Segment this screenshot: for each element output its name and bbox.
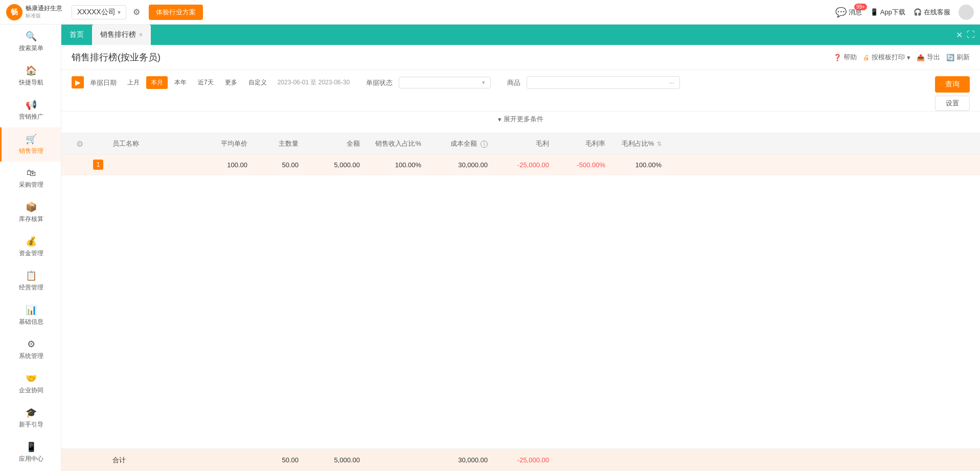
search-icon: 🔍 — [26, 31, 37, 42]
sidebar-item-finance[interactable]: 💰 资金管理 — [0, 230, 61, 264]
logo-text: 畅康通好生意 标准版 — [26, 5, 62, 20]
column-settings-icon[interactable]: ⚙ — [72, 133, 88, 154]
top-bar: 畅 畅康通好生意 标准版 XXXXX公司 ▾ ⚙ 体验行业方案 💬 消息 99+… — [0, 0, 980, 25]
sidebar-item-label: 搜索菜单 — [19, 44, 43, 53]
tab-home[interactable]: 首页 — [61, 25, 92, 45]
col-cost-label: 成本全额 — [450, 140, 477, 147]
cart-icon: 🛒 — [26, 133, 37, 145]
online-service-button[interactable]: 🎧 在线客服 — [914, 8, 950, 17]
footer-gross: -25,000.00 — [492, 451, 553, 469]
help-label: 帮助 — [844, 53, 857, 62]
footer-rank-spacer — [88, 455, 108, 465]
cell-avg: 100.00 — [190, 156, 252, 174]
company-selector[interactable]: XXXXX公司 ▾ — [72, 5, 126, 19]
status-select[interactable]: ▾ — [399, 77, 491, 88]
app-download-button[interactable]: 📱 App下载 — [870, 8, 905, 17]
col-header-amount: 全额 — [303, 134, 364, 153]
cell-cost: 30,000.00 — [425, 156, 492, 174]
close-window-icon[interactable]: ✕ — [956, 30, 963, 40]
message-button[interactable]: 💬 消息 99+ — [835, 7, 862, 18]
rank-badge: 1 — [93, 160, 103, 170]
footer-amount: 5,000.00 — [303, 451, 364, 469]
status-label: 单据状态 — [366, 78, 393, 87]
goods-more-icon[interactable]: ··· — [669, 79, 674, 86]
sidebar-item-label: 系统管理 — [19, 352, 43, 361]
sidebar-item-inventory[interactable]: 📦 库存核算 — [0, 195, 61, 230]
sidebar-item-label: 营销推广 — [19, 113, 43, 121]
money-icon: 💰 — [26, 236, 37, 247]
message-icon: 💬 — [835, 7, 847, 18]
footer-gross-pct-spacer — [609, 455, 666, 465]
print-button[interactable]: 🖨 按模板打印 ▾ — [863, 53, 910, 62]
sidebar-item-appstore[interactable]: 📱 应用中心 — [0, 435, 61, 469]
footer-avg-spacer — [190, 455, 252, 465]
help-button[interactable]: ❓ 帮助 — [833, 53, 857, 62]
sidebar-item-search[interactable]: 🔍 搜索菜单 — [0, 25, 61, 59]
cell-name — [108, 160, 190, 170]
user-avatar[interactable] — [959, 5, 974, 20]
page-content: 销售排行榜(按业务员) ❓ 帮助 🖨 按模板打印 ▾ 📤 导出 — [61, 45, 980, 471]
table-settings-button[interactable]: 设置 — [935, 96, 970, 111]
sidebar-item-system[interactable]: ⚙ 系统管理 — [0, 332, 61, 367]
home-icon: 🏠 — [26, 65, 37, 76]
sidebar-item-label: 新手引导 — [19, 420, 43, 429]
sidebar-item-guide[interactable]: 🎓 新手引导 — [0, 401, 61, 435]
sort-icon[interactable]: ⇅ — [657, 141, 662, 147]
date-btn-prev-month[interactable]: 上月 — [123, 76, 144, 89]
goods-select[interactable]: ··· — [527, 76, 680, 89]
col-header-qty: 主数量 — [252, 134, 303, 153]
sidebar-item-label: 采购管理 — [19, 181, 43, 189]
date-btn-custom[interactable]: 自定义 — [244, 76, 271, 89]
sidebar-item-enterprise[interactable]: 🤝 企业协同 — [0, 367, 61, 401]
col-header-gross-rate: 毛利率 — [553, 134, 609, 153]
message-badge: 99+ — [854, 4, 867, 10]
sidebar-item-label: 快捷导航 — [19, 78, 43, 87]
date-label: 单据日期 — [90, 78, 117, 87]
expand-button[interactable]: ▶ — [72, 76, 84, 88]
close-icon[interactable]: × — [139, 31, 143, 38]
sidebar-item-operations[interactable]: 📋 经营管理 — [0, 264, 61, 298]
print-label: 按模板打印 — [872, 53, 905, 62]
sidebar-item-nav[interactable]: 🏠 快捷导航 — [0, 59, 61, 93]
filter-container: ▶ 单据日期 上月 本月 本年 近7天 更多 自定义 — [61, 70, 980, 133]
sidebar-item-basic-info[interactable]: 📊 基础信息 — [0, 298, 61, 332]
nav-tabs: 首页 销售排行榜 × ✕ ⛶ — [61, 25, 980, 45]
status-chevron-icon: ▾ — [482, 79, 485, 86]
date-btn-current-month[interactable]: 本月 — [146, 76, 168, 89]
expand-more-button[interactable]: ▾ 展开更多条件 — [61, 111, 980, 127]
date-btn-current-year[interactable]: 本年 — [170, 76, 191, 89]
table-area: ⚙ 员工名称 平均单价 主数量 全额 销售收入占比% 成本全额 i 毛利 毛利率… — [61, 133, 980, 471]
date-btn-more[interactable]: 更多 — [220, 76, 242, 89]
sidebar-item-sales[interactable]: 🛒 销售管理 — [0, 127, 61, 162]
col-header-name: 员工名称 — [108, 134, 190, 153]
maximize-icon[interactable]: ⛶ — [967, 30, 975, 39]
mobile-icon: 📱 — [26, 441, 37, 453]
settings-icon[interactable]: ⚙ — [129, 5, 144, 19]
col-gross-pct-label: 毛利占比% — [622, 140, 654, 147]
query-button[interactable]: 查询 — [935, 76, 970, 93]
sidebar-item-label: 库存核算 — [19, 215, 43, 223]
col-header-gross-pct: 毛利占比% ⇅ — [609, 134, 666, 153]
sidebar-item-label: 销售管理 — [19, 147, 43, 155]
chevron-down-icon: ▾ — [498, 116, 502, 123]
export-button[interactable]: 📤 导出 — [917, 53, 940, 62]
refresh-button[interactable]: 🔄 刷新 — [946, 53, 970, 62]
cost-info-icon[interactable]: i — [481, 141, 488, 148]
col-header-gross: 毛利 — [492, 134, 553, 153]
col-header-rank — [88, 139, 108, 149]
date-btn-7days[interactable]: 近7天 — [193, 76, 218, 89]
sidebar-item-marketing[interactable]: 📢 营销推广 — [0, 93, 61, 127]
tab-sales-ranking[interactable]: 销售排行榜 × — [92, 25, 151, 45]
main-layout: 🔍 搜索菜单 🏠 快捷导航 📢 营销推广 🛒 销售管理 🛍 采购管理 📦 库存核… — [0, 25, 980, 471]
cell-amount: 5,000.00 — [303, 156, 364, 174]
print-chevron-icon: ▾ — [907, 54, 910, 61]
table-body: 1 100.00 50.00 5,000.00 100.00% 30,000.0… — [61, 154, 980, 448]
table-footer: 合计 50.00 5,000.00 30,000.00 -25,000.00 — [61, 448, 980, 471]
trial-button[interactable]: 体验行业方案 — [149, 5, 203, 20]
sidebar-item-label: 资金管理 — [19, 249, 43, 258]
logo-icon: 畅 — [6, 4, 22, 20]
sidebar-item-purchase[interactable]: 🛍 采购管理 — [0, 162, 61, 195]
goods-label: 商品 — [507, 78, 520, 87]
phone-icon: 📱 — [870, 8, 878, 16]
app-logo: 畅 畅康通好生意 标准版 — [6, 4, 67, 20]
